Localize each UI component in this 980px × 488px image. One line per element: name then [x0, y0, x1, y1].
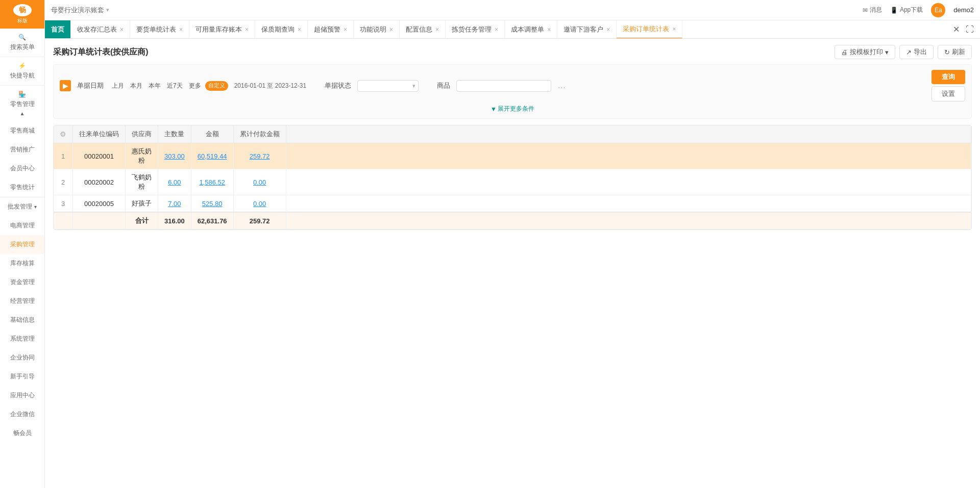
paid-value[interactable]: 259.72: [233, 143, 286, 169]
sidebar-item-retail-stats[interactable]: 零售统计: [0, 178, 44, 197]
tab-close-icon[interactable]: ×: [298, 27, 301, 33]
app-label: App下载: [900, 6, 923, 14]
tab-label: 可用量库存账本: [195, 25, 242, 34]
tab-close-icon[interactable]: ×: [179, 27, 183, 33]
tab-expiry-query[interactable]: 保质期查询 ×: [255, 20, 308, 39]
sidebar-item-operation[interactable]: 经营管理: [0, 292, 44, 311]
sidebar-item-search[interactable]: 🔍 搜索英单: [0, 29, 44, 57]
logo-icon: 畅: [13, 4, 32, 16]
filter-toggle-button[interactable]: ▶: [60, 80, 71, 91]
tab-receive-send[interactable]: 收发存汇总表 ×: [71, 20, 130, 39]
filter-more-icon[interactable]: …: [557, 81, 566, 90]
paid-value[interactable]: 0.00: [233, 169, 286, 195]
sidebar-item-finance[interactable]: 资金管理: [0, 273, 44, 292]
tab-close-icon[interactable]: ×: [435, 27, 439, 33]
close-tab-btn[interactable]: ✕: [951, 23, 962, 35]
app-download-button[interactable]: 📱 App下载: [890, 6, 923, 14]
sidebar-item-retail-mall[interactable]: 零售商城: [0, 121, 44, 140]
qty-value[interactable]: 7.00: [158, 195, 191, 213]
footer-empty: [73, 212, 126, 229]
tab-label: 拣货任务管理: [452, 25, 492, 34]
sidebar-item-retail[interactable]: 🏪 零售管理 ▲: [0, 86, 44, 121]
shortcut-this-month[interactable]: 本月: [128, 81, 144, 91]
sidebar-item-newbie[interactable]: 新手引导: [0, 367, 44, 386]
workspace-selector[interactable]: 母婴行业演示账套 ▾: [51, 6, 859, 15]
shortcut-more[interactable]: 更多: [187, 81, 203, 91]
tab-close-icon[interactable]: ×: [120, 27, 124, 33]
tab-pick-task[interactable]: 拣货任务管理 ×: [446, 20, 505, 39]
status-select[interactable]: [357, 80, 419, 92]
topbar-right: ✉ 消息 📱 App下载 Ea demo2: [863, 3, 974, 17]
supplier-code: 00020005: [73, 195, 126, 213]
table-footer: 合计 316.00 62,631.76 259.72: [54, 212, 971, 229]
app-logo: 畅 标版: [0, 0, 44, 29]
query-button[interactable]: 查询: [932, 70, 965, 84]
qty-value[interactable]: 6.00: [158, 169, 191, 195]
tab-close-icon[interactable]: ×: [547, 27, 551, 33]
shortcut-7days[interactable]: 近7天: [165, 81, 185, 91]
sidebar-item-label: 快捷导航: [10, 71, 35, 80]
username-label[interactable]: demo2: [953, 6, 974, 14]
maximize-tab-btn[interactable]: ⛶: [964, 24, 976, 35]
tab-close-icon[interactable]: ×: [389, 27, 393, 33]
tab-close-icon[interactable]: ×: [344, 27, 347, 33]
print-button[interactable]: 🖨 按模板打印 ▾: [835, 45, 895, 59]
sidebar-item-label: 系统管理: [10, 335, 35, 343]
tab-close-icon[interactable]: ×: [672, 26, 676, 32]
settings-button[interactable]: 设置: [932, 86, 965, 101]
sidebar-item-wechat[interactable]: 企业微信: [0, 405, 44, 424]
date-filter-label: 单据日期: [77, 81, 104, 90]
sidebar-item-ecommerce[interactable]: 电商管理: [0, 216, 44, 235]
sidebar-item-sys-mgmt[interactable]: 系统管理: [0, 329, 44, 348]
sidebar-item-label: 应用中心: [10, 391, 35, 400]
table-row[interactable]: 3 00020005 好孩子 7.00 525.80 0.00: [54, 195, 971, 213]
sidebar-item-app-center[interactable]: 应用中心: [0, 386, 44, 405]
tab-close-icon[interactable]: ×: [495, 27, 498, 33]
table-row[interactable]: 1 00020001 惠氏奶粉 303.00 60,519.44 259.72: [54, 143, 971, 169]
sidebar-item-purchase[interactable]: 采购管理: [0, 235, 44, 254]
tab-close-icon[interactable]: ×: [245, 27, 249, 33]
paid-value[interactable]: 0.00: [233, 195, 286, 213]
sidebar-item-member[interactable]: 会员中心: [0, 159, 44, 178]
tab-function-desc[interactable]: 功能说明 ×: [354, 20, 400, 39]
sidebar-item-enterprise[interactable]: 企业协同: [0, 348, 44, 367]
tab-invite-downstream[interactable]: 邀请下游客户 ×: [557, 20, 617, 39]
sidebar-item-vip[interactable]: 畅会员: [0, 424, 44, 443]
tab-home[interactable]: 首页: [45, 20, 71, 39]
sidebar-item-inventory[interactable]: 库存核算: [0, 254, 44, 273]
tab-overstock[interactable]: 超储预警 ×: [308, 20, 354, 39]
tab-inventory-account[interactable]: 可用量库存账本 ×: [189, 20, 255, 39]
extra-col: [286, 195, 971, 213]
tab-label: 保质期查询: [261, 25, 295, 34]
shortcut-last-month[interactable]: 上月: [110, 81, 126, 91]
sidebar-item-wholesale[interactable]: 批发管理 ▾: [0, 197, 44, 216]
column-settings-icon[interactable]: ⚙: [60, 130, 66, 138]
supplier-code: 00020002: [73, 169, 126, 195]
amount-value[interactable]: 60,519.44: [191, 143, 233, 169]
sidebar-item-marketing[interactable]: 营销推广: [0, 140, 44, 159]
amount-value[interactable]: 525.80: [191, 195, 233, 213]
tab-cost-adjust[interactable]: 成本调整单 ×: [505, 20, 557, 39]
message-button[interactable]: ✉ 消息: [863, 6, 882, 14]
shortcut-this-year[interactable]: 本年: [146, 81, 163, 91]
custom-date-badge[interactable]: 自定义: [205, 81, 228, 91]
footer-amount: 62,631.76: [191, 212, 233, 229]
tab-close-icon[interactable]: ×: [606, 27, 610, 33]
export-button[interactable]: ↗ 导出: [899, 45, 934, 59]
expand-more-button[interactable]: ▼ 展开更多条件: [491, 105, 534, 113]
amount-value[interactable]: 1,586.52: [191, 169, 233, 195]
tab-purchase-summary[interactable]: 采购订单统计表 ×: [617, 20, 682, 39]
sidebar-item-label: 零售商城: [10, 126, 35, 135]
table-row[interactable]: 2 00020002 飞鹤奶粉 6.00 1,586.52 0.00: [54, 169, 971, 195]
supplier-name: 惠氏奶粉: [126, 143, 158, 169]
sidebar-item-shortcut[interactable]: ⚡ 快捷导航: [0, 57, 44, 85]
goods-input[interactable]: [456, 80, 551, 92]
tab-order-summary[interactable]: 要货单统计表 ×: [130, 20, 189, 39]
tab-label: 要货单统计表: [136, 25, 176, 34]
sidebar-item-basic-info[interactable]: 基础信息: [0, 311, 44, 329]
sidebar-item-label: 批发管理: [8, 202, 32, 211]
sidebar-item-label: 资金管理: [10, 278, 35, 287]
refresh-button[interactable]: ↻ 刷新: [938, 45, 972, 59]
tab-config-info[interactable]: 配置信息 ×: [400, 20, 446, 39]
qty-value[interactable]: 303.00: [158, 143, 191, 169]
